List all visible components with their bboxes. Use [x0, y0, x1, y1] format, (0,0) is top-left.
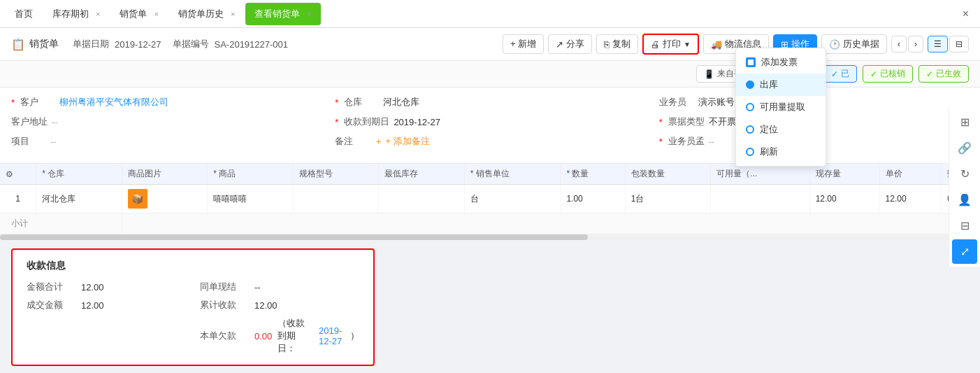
due-date-required: * — [335, 117, 338, 127]
tab-sales-order[interactable]: 销货单 × — [110, 3, 167, 25]
table-header-row: ⚙ * 仓库 商品图片 * 商品 规格型号 最低库存 * 销售单位 * 数量 包… — [0, 164, 980, 185]
project-field: 项目 -- — [11, 135, 321, 148]
dropdown-item-outbound[interactable]: 出库 — [736, 73, 826, 96]
sidebar-fullscreen-icon[interactable]: ⤢ — [952, 239, 977, 264]
dropdown-item-available-extract[interactable]: 可用量提取 — [736, 96, 826, 118]
row-spec — [293, 185, 379, 213]
row-unit: 台 — [464, 185, 561, 213]
owed-label: 本单欠款 — [200, 330, 249, 342]
payment-section: 收款信息 金额合计 12.00 同单现结 -- 成交金额 12.00 累计收款 … — [11, 248, 375, 366]
add-note-button[interactable]: ＋ + 添加备注 — [374, 135, 429, 148]
view-toggle: ☰ ⊟ — [928, 36, 969, 52]
cancelled-icon: ✓ — [870, 69, 877, 79]
address-field: 客户地址 -- — [11, 115, 321, 128]
col-product-img: 商品图片 — [122, 164, 208, 185]
cumulative-label: 累计收款 — [200, 299, 249, 311]
check-icon: ✓ — [831, 69, 838, 79]
dropdown-item-add-invoice[interactable]: 添加发票 — [736, 51, 826, 73]
right-sidebar: ⊞ 🔗 ↻ 👤 ⊟ ⤢ — [949, 107, 980, 267]
settings-icon: ⚙ — [6, 169, 13, 179]
col-spec: 规格型号 — [293, 164, 379, 185]
payment-grid: 金额合计 12.00 同单现结 -- 成交金额 12.00 累计收款 12.00… — [27, 281, 359, 355]
form-section: * 客户 柳州粤港平安气体有限公司 * 仓库 河北仓库 业务员 演示账号 客户地… — [0, 87, 980, 163]
tab-sales-order-close[interactable]: × — [154, 10, 158, 18]
tab-inventory-init[interactable]: 库存期初 × — [43, 3, 109, 25]
owed-note: （收款到期日： — [278, 317, 313, 355]
share-button[interactable]: ↗ 分享 — [548, 34, 592, 54]
same-order-value: -- — [254, 282, 261, 293]
warehouse-field: * 仓库 河北仓库 — [335, 96, 644, 108]
svg-rect-0 — [748, 59, 754, 65]
tab-inventory-init-close[interactable]: × — [96, 10, 100, 18]
tab-view-sales-close[interactable]: × — [307, 10, 311, 18]
col-quantity: * 数量 — [561, 164, 625, 185]
doc-number-label: 单据编号 SA-20191227-001 — [173, 38, 289, 50]
sidebar-rotate-icon[interactable]: ↻ — [952, 162, 977, 186]
col-product: * 商品 — [208, 164, 294, 185]
col-available: 可用量（... — [711, 164, 809, 185]
doc-meta: 单据日期 2019-12-27 单据编号 SA-20191227-001 — [73, 38, 288, 50]
share-icon: ↗ — [556, 39, 563, 50]
sidebar-settings-icon[interactable]: ⊟ — [952, 213, 977, 238]
view-grid-button[interactable]: ⊟ — [949, 36, 969, 52]
plus-icon: ＋ — [374, 135, 383, 148]
owed-note-end: ） — [350, 330, 359, 342]
due-date-field: * 收款到期日 2019-12-27 — [335, 115, 644, 128]
tab-view-sales-label: 查看销货单 — [254, 8, 300, 20]
tab-sales-history[interactable]: 销货单历史 × — [169, 3, 244, 25]
row-pack-qty: 1台 — [625, 185, 711, 213]
customer-field: * 客户 柳州粤港平安气体有限公司 — [11, 96, 321, 108]
tab-bar: 首页 库存期初 × 销货单 × 销货单历史 × 查看销货单 × × — [0, 0, 980, 28]
copy-button[interactable]: ⎘ 复制 — [596, 34, 638, 54]
customer-required: * — [11, 97, 15, 108]
tab-home[interactable]: 首页 — [6, 3, 42, 25]
product-image: 📦 — [128, 189, 147, 209]
outbound-icon — [746, 80, 754, 89]
locate-icon — [746, 125, 754, 134]
total-label: 金额合计 — [27, 281, 75, 293]
note-field: 备注 ＋ + 添加备注 — [335, 135, 644, 148]
scroll-area[interactable] — [0, 234, 980, 240]
prev-arrow[interactable]: ‹ — [891, 36, 907, 52]
dropdown-item-locate[interactable]: 定位 — [736, 118, 826, 141]
dropdown-menu: 添加发票 出库 可用量提取 定位 刷新 — [735, 48, 826, 167]
tab-sales-history-close[interactable]: × — [231, 10, 235, 18]
table-section: ⚙ * 仓库 商品图片 * 商品 规格型号 最低库存 * 销售单位 * 数量 包… — [0, 163, 980, 240]
checked-button[interactable]: ✓ 已 — [823, 65, 857, 83]
new-button[interactable]: + 新增 — [503, 34, 544, 54]
col-min-stock: 最低库存 — [379, 164, 465, 185]
cumulative-value: 12.00 — [254, 300, 278, 311]
effective-button[interactable]: ✓ 已生效 — [918, 65, 969, 83]
print-button[interactable]: 🖨 打印 ▼ — [642, 34, 699, 55]
doc-header: 📋 销货单 单据日期 2019-12-27 单据编号 SA-20191227-0… — [0, 28, 980, 61]
effective-icon: ✓ — [926, 69, 933, 79]
tab-bar-close-button[interactable]: × — [957, 5, 974, 23]
view-list-button[interactable]: ☰ — [928, 36, 948, 52]
sidebar-link-icon[interactable]: 🔗 — [952, 136, 977, 160]
col-settings[interactable]: ⚙ — [0, 164, 36, 185]
ticket-type-required: * — [659, 117, 663, 127]
dropdown-arrow: ▼ — [684, 41, 691, 48]
payment-same-order-row: 同单现结 -- — [200, 281, 359, 293]
row-unit-price: 12.00 — [879, 185, 942, 213]
payment-title: 收款信息 — [27, 260, 359, 272]
cancelled-button[interactable]: ✓ 已核销 — [863, 65, 913, 83]
col-unit: * 销售单位 — [464, 164, 561, 185]
deal-amount-value: 12.00 — [81, 300, 104, 311]
truck-icon: 🚚 — [711, 39, 722, 50]
payment-deal-row: 成交金额 12.00 — [27, 299, 186, 311]
available-extract-icon — [746, 103, 754, 111]
history-button[interactable]: 🕐 历史单据 — [821, 34, 887, 54]
sidebar-expand-icon[interactable]: ⊞ — [952, 110, 977, 134]
col-pack-qty: 包装数量 — [625, 164, 711, 185]
phone-icon: 📱 — [704, 69, 714, 79]
doc-title-text: 销货单 — [29, 38, 59, 50]
nav-arrows: ‹ › — [891, 36, 923, 52]
row-product: 嘻嘻嘻嘻 — [208, 185, 294, 213]
dropdown-item-refresh[interactable]: 刷新 — [736, 141, 826, 163]
tab-view-sales[interactable]: 查看销货单 × — [245, 3, 320, 25]
deal-amount-label: 成交金额 — [27, 299, 75, 311]
add-invoice-icon — [746, 57, 756, 67]
sidebar-user-icon[interactable]: 👤 — [952, 188, 977, 212]
next-arrow[interactable]: › — [908, 36, 923, 52]
